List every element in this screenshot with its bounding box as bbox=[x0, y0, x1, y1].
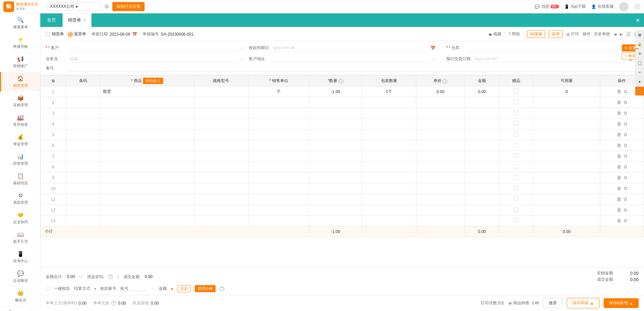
cell-price[interactable] bbox=[416, 162, 465, 172]
copy-icon[interactable]: ⧉ bbox=[624, 186, 627, 191]
copy-icon[interactable]: ⧉ bbox=[624, 143, 627, 148]
delete-icon[interactable]: 🗑 bbox=[617, 196, 621, 202]
delivery-date-input[interactable] bbox=[472, 55, 626, 63]
cell-spec[interactable] bbox=[194, 86, 248, 97]
sidebar-item-purchase[interactable]: 📦 采购管理 bbox=[0, 91, 40, 111]
cell-barcode[interactable] bbox=[66, 129, 100, 140]
cell-product[interactable] bbox=[100, 194, 194, 205]
copy-icon[interactable]: ⧉ bbox=[624, 121, 627, 126]
discard-button[interactable]: 放弃 bbox=[543, 298, 563, 308]
cell-amount[interactable] bbox=[465, 151, 499, 162]
cell-unit[interactable]: 个 bbox=[248, 86, 309, 97]
gift-checkbox[interactable] bbox=[514, 153, 519, 158]
cell-gift[interactable] bbox=[499, 172, 533, 183]
gift-checkbox[interactable] bbox=[514, 143, 519, 147]
cell-gift[interactable] bbox=[499, 216, 533, 226]
cell-qty[interactable]: -1.00 bbox=[309, 86, 362, 97]
cell-price[interactable] bbox=[416, 205, 465, 216]
cell-pkg-qty[interactable] bbox=[362, 162, 416, 172]
cell-qty[interactable] bbox=[309, 129, 362, 140]
cell-barcode[interactable] bbox=[66, 108, 100, 119]
history-btn[interactable]: 历史单据 bbox=[594, 31, 610, 37]
scan-button[interactable]: 扫码录入 bbox=[143, 78, 163, 84]
add-expense-button[interactable]: 添加 bbox=[177, 285, 191, 292]
cell-amount[interactable] bbox=[465, 172, 499, 183]
cell-pkg-qty[interactable] bbox=[362, 140, 416, 151]
right-float-btn-1[interactable]: ▦ bbox=[635, 30, 644, 39]
tab-close-icon[interactable]: × bbox=[84, 18, 86, 23]
addr-more-icon[interactable]: ··· bbox=[432, 57, 435, 62]
settings-icon[interactable]: ⚙ bbox=[104, 3, 109, 10]
cell-barcode[interactable] bbox=[66, 86, 100, 97]
cell-amount[interactable] bbox=[465, 108, 499, 119]
gift-checkbox[interactable] bbox=[514, 186, 519, 190]
th-settings[interactable]: ⚙ bbox=[41, 76, 66, 86]
gift-checkbox[interactable] bbox=[514, 121, 519, 126]
copy-icon[interactable]: ⧉ bbox=[624, 89, 627, 94]
sidebar-item-operations[interactable]: 📊 经营管理 bbox=[0, 150, 40, 169]
print-btn[interactable]: 🖨 打印 bbox=[566, 31, 579, 37]
save-draft-button[interactable]: 保存草稿 ▲ bbox=[567, 298, 600, 308]
cell-spec[interactable] bbox=[194, 172, 248, 183]
right-float-btn-7[interactable]: 🔧 bbox=[635, 87, 644, 95]
delete-icon[interactable]: 🗑 bbox=[617, 89, 621, 94]
right-float-btn-6[interactable]: ★ bbox=[635, 77, 644, 86]
operate-btn[interactable]: 操作 bbox=[582, 31, 591, 37]
cell-pkg-qty[interactable] bbox=[362, 172, 416, 183]
cell-product[interactable] bbox=[100, 183, 194, 194]
cell-amount[interactable]: 0.00 bbox=[465, 86, 499, 97]
copy-icon[interactable]: ⧉ bbox=[624, 175, 627, 180]
cell-qty[interactable] bbox=[309, 162, 362, 172]
message-btn[interactable]: 💬 消息 99+ bbox=[535, 4, 559, 9]
cell-gift[interactable] bbox=[499, 108, 533, 119]
cell-barcode[interactable] bbox=[66, 194, 100, 205]
cell-amount[interactable] bbox=[465, 194, 499, 205]
cell-barcode[interactable] bbox=[66, 183, 100, 194]
cell-amount[interactable] bbox=[465, 97, 499, 108]
price-info-icon[interactable]: i bbox=[443, 79, 447, 83]
delete-icon[interactable]: 🗑 bbox=[617, 207, 621, 212]
cell-gift[interactable] bbox=[499, 129, 533, 140]
payment-calendar-icon[interactable]: 📅 bbox=[430, 46, 435, 50]
cell-price[interactable] bbox=[416, 183, 465, 194]
cell-price[interactable] bbox=[416, 108, 465, 119]
cell-barcode[interactable] bbox=[66, 205, 100, 216]
cell-price[interactable] bbox=[416, 129, 465, 140]
delete-icon[interactable]: 🗑 bbox=[617, 186, 621, 191]
copy-icon[interactable]: ⧉ bbox=[624, 207, 627, 212]
tab-sales-order[interactable]: 销货单 × bbox=[63, 13, 91, 27]
tab-home[interactable]: 首页 bbox=[40, 13, 63, 27]
cell-price[interactable] bbox=[416, 194, 465, 205]
user-avatar2[interactable] bbox=[634, 3, 641, 10]
gift-checkbox[interactable] bbox=[514, 218, 519, 223]
cell-product[interactable] bbox=[100, 140, 194, 151]
cell-spec[interactable] bbox=[194, 140, 248, 151]
salesperson-more-icon[interactable]: ··· bbox=[240, 57, 243, 62]
cell-qty[interactable] bbox=[309, 194, 362, 205]
cell-qty[interactable] bbox=[309, 140, 362, 151]
cell-unit[interactable] bbox=[248, 119, 309, 129]
sidebar-item-quicknav[interactable]: ⚡ 快捷导航 bbox=[0, 33, 40, 52]
one-click-checkbox[interactable] bbox=[46, 287, 50, 291]
cell-product[interactable] bbox=[100, 129, 194, 140]
cell-qty[interactable] bbox=[309, 205, 362, 216]
cell-spec[interactable] bbox=[194, 119, 248, 129]
cell-unit[interactable] bbox=[248, 216, 309, 226]
cell-pkg-qty[interactable] bbox=[362, 216, 416, 226]
cell-spec[interactable] bbox=[194, 194, 248, 205]
view-list-icon[interactable]: ☰ bbox=[626, 31, 631, 37]
copy-icon[interactable]: ⧉ bbox=[624, 164, 627, 169]
cell-amount[interactable] bbox=[465, 205, 499, 216]
cell-product[interactable] bbox=[100, 205, 194, 216]
shortcut-btn[interactable]: 快捷键 bbox=[527, 30, 545, 38]
right-float-btn-5[interactable]: ✏ bbox=[635, 68, 644, 77]
cell-amount[interactable] bbox=[465, 183, 499, 194]
nav-prev-icon[interactable]: ◀ bbox=[613, 32, 616, 37]
cell-qty[interactable] bbox=[309, 172, 362, 183]
select-btn[interactable]: 选单 bbox=[548, 30, 563, 38]
sidebar-item-basics[interactable]: 📋 基础信息 bbox=[0, 169, 40, 189]
cell-gift[interactable] bbox=[499, 97, 533, 108]
payment-date-input[interactable] bbox=[271, 44, 429, 51]
cell-price[interactable] bbox=[416, 119, 465, 129]
cell-amount[interactable] bbox=[465, 162, 499, 172]
